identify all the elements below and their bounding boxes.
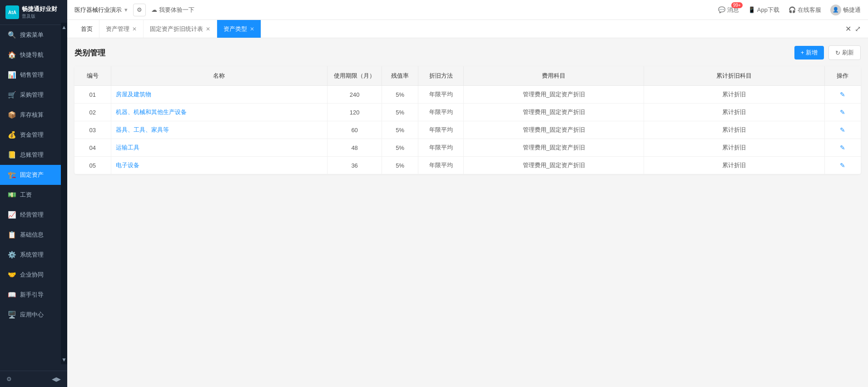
app-download-item[interactable]: 📱 App下载 — [748, 6, 779, 14]
page-header: 类别管理 + 新增 ↻ 刷新 — [74, 45, 861, 60]
sidebar-item-operations[interactable]: 📈 经营管理 — [0, 205, 67, 225]
scroll-up-icon[interactable]: ▲ — [61, 25, 67, 30]
cell-acc: 累计折旧 — [644, 104, 824, 121]
cell-action[interactable]: ✎ — [824, 104, 861, 121]
sidebar-item-basic-info[interactable]: 📋 基础信息 — [0, 225, 67, 245]
refresh-button[interactable]: ↻ 刷新 — [828, 45, 861, 60]
tabs-bar: 首页 资产管理 ✕ 固定资产折旧统计表 ✕ 资产类型 ✕ ✕ ⤢ — [67, 20, 868, 38]
sidebar-item-app-center[interactable]: 🖥️ 应用中心 — [0, 305, 67, 325]
refresh-label: 刷新 — [842, 49, 854, 57]
tabs-right: ✕ ⤢ — [845, 25, 861, 33]
table-row: 01 房屋及建筑物 240 5% 年限平均 管理费用_固定资产折旧 累计折旧 ✎ — [74, 86, 861, 104]
cell-ratio: 5% — [382, 121, 418, 139]
sidebar-item-purchase[interactable]: 🛒 采购管理 — [0, 85, 67, 105]
sidebar-item-label: 库存核算 — [20, 111, 44, 119]
collapse-icon[interactable]: ◀▶ — [52, 376, 61, 382]
cell-method: 年限平均 — [418, 104, 464, 121]
operations-icon: 📈 — [7, 210, 16, 219]
sidebar-item-inventory[interactable]: 📦 库存核算 — [0, 105, 67, 125]
app-name: 畅捷通好业财 — [22, 5, 57, 13]
cell-acc: 累计折旧 — [644, 86, 824, 104]
sidebar-item-fixed-assets[interactable]: 🏗️ 固定资产 — [0, 165, 67, 185]
cell-acc: 累计折旧 — [644, 121, 824, 139]
system-icon: ⚙️ — [7, 250, 16, 259]
cell-acc: 累计折旧 — [644, 157, 824, 174]
refresh-icon: ↻ — [835, 50, 840, 56]
tab-depreciation-close[interactable]: ✕ — [206, 26, 210, 32]
cell-months: 60 — [327, 121, 382, 139]
cell-method: 年限平均 — [418, 86, 464, 104]
edit-icon[interactable]: ✎ — [840, 109, 845, 116]
cell-id: 01 — [74, 86, 111, 104]
capital-icon: 💰 — [7, 130, 16, 139]
cell-months: 120 — [327, 104, 382, 121]
salary-icon: 💵 — [7, 190, 16, 199]
sidebar: AtA 畅捷通好业财 普及版 ▲ ▼ 🔍 搜索菜单 🏠 快捷导航 📊 销售管理 … — [0, 0, 67, 387]
table-row: 02 机器、机械和其他生产设备 120 5% 年限平均 管理费用_固定资产折旧 … — [74, 104, 861, 121]
page-title: 类别管理 — [74, 48, 105, 58]
cell-name: 运输工具 — [111, 139, 327, 157]
experience-button[interactable]: ☁ 我要体验一下 — [151, 6, 194, 14]
cell-fee: 管理费用_固定资产折旧 — [464, 139, 644, 157]
tab-asset-type-close[interactable]: ✕ — [250, 26, 254, 32]
sidebar-item-capital[interactable]: 💰 资金管理 — [0, 125, 67, 145]
tab-depreciation-report[interactable]: 固定资产折旧统计表 ✕ — [144, 20, 217, 38]
sidebar-item-enterprise[interactable]: 🤝 企业协同 — [0, 265, 67, 285]
scroll-down-icon[interactable]: ▼ — [61, 357, 67, 362]
edit-icon[interactable]: ✎ — [840, 91, 845, 98]
messages-badge: 99+ — [731, 2, 743, 8]
cell-fee: 管理费用_固定资产折旧 — [464, 86, 644, 104]
app-logo-icon: AtA — [5, 5, 19, 19]
online-service-item[interactable]: 🎧 在线客服 — [789, 6, 821, 14]
close-tab-icon[interactable]: ✕ — [845, 25, 851, 33]
cell-ratio: 5% — [382, 104, 418, 121]
app-center-icon: 🖥️ — [7, 310, 16, 319]
sidebar-item-label: 快捷导航 — [20, 51, 44, 59]
new-button[interactable]: + 新增 — [794, 46, 824, 60]
sidebar-item-newbie[interactable]: 📖 新手引导 — [0, 285, 67, 305]
col-header-months: 使用期限（月） — [327, 66, 382, 86]
sidebar-item-label: 搜索菜单 — [20, 31, 44, 39]
messages-item[interactable]: 💬 消息 99+ — [718, 6, 739, 14]
edit-icon[interactable]: ✎ — [840, 162, 845, 169]
edit-icon[interactable]: ✎ — [840, 144, 845, 151]
expand-icon[interactable]: ⤢ — [855, 25, 861, 33]
cell-id: 05 — [74, 157, 111, 174]
cell-action[interactable]: ✎ — [824, 157, 861, 174]
edit-icon[interactable]: ✎ — [840, 126, 845, 134]
tab-asset-mgmt[interactable]: 资产管理 ✕ — [99, 20, 144, 38]
sidebar-item-salary[interactable]: 💵 工资 — [0, 185, 67, 205]
sidebar-item-system[interactable]: ⚙️ 系统管理 — [0, 245, 67, 265]
user-item[interactable]: 👤 畅捷通 — [830, 5, 861, 15]
fixed-assets-icon: 🏗️ — [7, 170, 16, 179]
sidebar-item-ledger[interactable]: 📒 总账管理 — [0, 145, 67, 165]
category-table: 编号 名称 使用期限（月） 残值率 折旧方法 费用科目 累计折旧科目 操作 01… — [74, 66, 861, 174]
settings-button[interactable]: ⚙ — [133, 4, 146, 16]
cell-action[interactable]: ✎ — [824, 121, 861, 139]
cell-action[interactable]: ✎ — [824, 86, 861, 104]
tab-asset-type[interactable]: 资产类型 ✕ — [217, 20, 261, 38]
header-left: 医疗器械行业演示 ▾ ⚙ ☁ 我要体验一下 — [74, 4, 194, 16]
tab-asset-mgmt-close[interactable]: ✕ — [132, 26, 137, 32]
col-header-method: 折旧方法 — [418, 66, 464, 86]
sidebar-item-label: 经营管理 — [20, 211, 44, 219]
company-selector[interactable]: 医疗器械行业演示 ▾ — [74, 6, 128, 14]
user-avatar-icon: 👤 — [830, 5, 841, 15]
sidebar-item-search[interactable]: 🔍 搜索菜单 — [0, 25, 67, 45]
headset-icon: 🎧 — [789, 6, 796, 13]
enterprise-icon: 🤝 — [7, 270, 16, 279]
settings-footer-icon[interactable]: ⚙ — [6, 376, 12, 382]
tab-home[interactable]: 首页 — [74, 20, 99, 38]
sales-icon: 📊 — [7, 70, 16, 79]
new-button-label: + 新增 — [801, 49, 818, 57]
cell-name: 电子设备 — [111, 157, 327, 174]
col-header-id: 编号 — [74, 66, 111, 86]
top-header: 医疗器械行业演示 ▾ ⚙ ☁ 我要体验一下 💬 消息 99+ 📱 App下载 🎧… — [67, 0, 868, 20]
sidebar-item-quick-nav[interactable]: 🏠 快捷导航 — [0, 45, 67, 65]
sidebar-item-sales[interactable]: 📊 销售管理 — [0, 65, 67, 85]
cell-fee: 管理费用_固定资产折旧 — [464, 121, 644, 139]
sidebar-item-label: 基础信息 — [20, 231, 44, 239]
cell-action[interactable]: ✎ — [824, 139, 861, 157]
sidebar-item-label: 新手引导 — [20, 291, 44, 299]
cloud-icon: ☁ — [151, 6, 157, 13]
